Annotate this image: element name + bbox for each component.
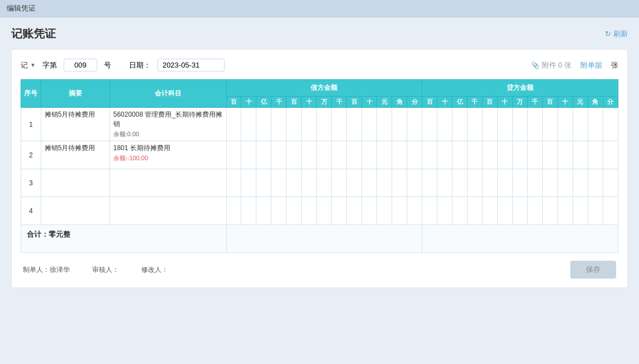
row-1-debit-10[interactable] bbox=[377, 141, 392, 169]
row-1-debit-0[interactable] bbox=[226, 141, 241, 169]
row-3-debit-4[interactable] bbox=[287, 197, 302, 225]
row-3-debit-8[interactable] bbox=[347, 197, 362, 225]
row-1-debit-2[interactable] bbox=[256, 141, 271, 169]
row-0-debit-10[interactable] bbox=[377, 108, 392, 141]
row-2-credit-1[interactable] bbox=[437, 169, 452, 197]
row-2-debit-9[interactable] bbox=[362, 169, 377, 197]
row-0-credit-6[interactable] bbox=[512, 108, 527, 141]
row-0-credit-5[interactable] bbox=[497, 108, 512, 141]
row-1-debit-6[interactable] bbox=[317, 141, 332, 169]
row-2-credit-9[interactable] bbox=[557, 169, 573, 197]
row-3-credit-7[interactable] bbox=[527, 197, 542, 225]
row-3-debit-12[interactable] bbox=[407, 197, 422, 225]
row-1-debit-9[interactable] bbox=[362, 141, 377, 169]
row-1-debit-5[interactable] bbox=[302, 141, 317, 169]
row-2-debit-4[interactable] bbox=[287, 169, 302, 197]
row-3-debit-1[interactable] bbox=[241, 197, 256, 225]
row-3-credit-2[interactable] bbox=[452, 197, 468, 225]
row-0-credit-9[interactable] bbox=[557, 108, 573, 141]
row-0-credit-4[interactable] bbox=[482, 108, 497, 141]
voucher-type-select[interactable]: 记 ▼ bbox=[21, 60, 36, 70]
row-2-credit-5[interactable] bbox=[497, 169, 512, 197]
row-2-debit-12[interactable] bbox=[407, 169, 422, 197]
row-0-credit-3[interactable] bbox=[468, 108, 483, 141]
row-0-debit-0[interactable] bbox=[226, 108, 241, 141]
row-1-credit-12[interactable] bbox=[603, 141, 618, 169]
attachment-link[interactable]: 📎 附件 0 张 bbox=[531, 60, 571, 70]
row-1-debit-8[interactable] bbox=[347, 141, 362, 169]
row-0-debit-9[interactable] bbox=[362, 108, 377, 141]
row-1-credit-10[interactable] bbox=[573, 141, 588, 169]
row-3-debit-2[interactable] bbox=[256, 197, 271, 225]
row-2-debit-6[interactable] bbox=[317, 169, 332, 197]
row-2-credit-3[interactable] bbox=[468, 169, 483, 197]
row-1-credit-4[interactable] bbox=[482, 141, 497, 169]
row-0-debit-4[interactable] bbox=[287, 108, 302, 141]
row-0-credit-7[interactable] bbox=[527, 108, 542, 141]
row-2-debit-11[interactable] bbox=[392, 169, 407, 197]
row-3-credit-9[interactable] bbox=[557, 197, 573, 225]
row-2-debit-2[interactable] bbox=[256, 169, 271, 197]
row-0-debit-5[interactable] bbox=[302, 108, 317, 141]
row-3-debit-11[interactable] bbox=[392, 197, 407, 225]
row-1-account[interactable]: 1801 长期待摊费用余额:-100.00 bbox=[109, 141, 226, 169]
row-3-account[interactable] bbox=[109, 197, 226, 225]
row-3-debit-9[interactable] bbox=[362, 197, 377, 225]
row-1-credit-3[interactable] bbox=[468, 141, 483, 169]
row-1-credit-11[interactable] bbox=[588, 141, 603, 169]
row-0-summary[interactable]: 摊销5月待摊费用 bbox=[41, 108, 109, 141]
row-0-debit-11[interactable] bbox=[392, 108, 407, 141]
row-2-debit-3[interactable] bbox=[271, 169, 287, 197]
row-3-debit-5[interactable] bbox=[302, 197, 317, 225]
refresh-button[interactable]: ↻ 刷新 bbox=[605, 29, 628, 39]
row-1-debit-7[interactable] bbox=[332, 141, 347, 169]
row-0-debit-8[interactable] bbox=[347, 108, 362, 141]
row-2-summary[interactable] bbox=[41, 169, 109, 197]
row-1-credit-5[interactable] bbox=[497, 141, 512, 169]
row-1-credit-8[interactable] bbox=[542, 141, 557, 169]
row-1-debit-3[interactable] bbox=[271, 141, 287, 169]
row-2-credit-11[interactable] bbox=[588, 169, 603, 197]
row-1-credit-7[interactable] bbox=[527, 141, 542, 169]
row-0-debit-12[interactable] bbox=[407, 108, 422, 141]
row-1-credit-2[interactable] bbox=[452, 141, 468, 169]
row-0-credit-8[interactable] bbox=[542, 108, 557, 141]
row-1-credit-0[interactable] bbox=[422, 141, 437, 169]
row-3-credit-0[interactable] bbox=[422, 197, 437, 225]
row-1-credit-9[interactable] bbox=[557, 141, 573, 169]
row-3-debit-0[interactable] bbox=[226, 197, 241, 225]
row-0-debit-1[interactable] bbox=[241, 108, 256, 141]
row-2-credit-6[interactable] bbox=[512, 169, 527, 197]
row-1-summary[interactable]: 摊销5月待摊费用 bbox=[41, 141, 109, 169]
row-3-credit-8[interactable] bbox=[542, 197, 557, 225]
row-3-credit-12[interactable] bbox=[603, 197, 618, 225]
row-2-credit-4[interactable] bbox=[482, 169, 497, 197]
row-2-credit-0[interactable] bbox=[422, 169, 437, 197]
row-0-credit-1[interactable] bbox=[437, 108, 452, 141]
row-1-debit-12[interactable] bbox=[407, 141, 422, 169]
row-3-credit-1[interactable] bbox=[437, 197, 452, 225]
row-1-credit-6[interactable] bbox=[512, 141, 527, 169]
row-2-credit-2[interactable] bbox=[452, 169, 468, 197]
row-3-debit-7[interactable] bbox=[332, 197, 347, 225]
row-0-debit-7[interactable] bbox=[332, 108, 347, 141]
row-2-debit-5[interactable] bbox=[302, 169, 317, 197]
row-3-credit-3[interactable] bbox=[468, 197, 483, 225]
row-2-debit-7[interactable] bbox=[332, 169, 347, 197]
row-0-credit-0[interactable] bbox=[422, 108, 437, 141]
row-1-debit-4[interactable] bbox=[287, 141, 302, 169]
row-0-credit-2[interactable] bbox=[452, 108, 468, 141]
row-2-debit-8[interactable] bbox=[347, 169, 362, 197]
row-3-credit-6[interactable] bbox=[512, 197, 527, 225]
row-3-debit-3[interactable] bbox=[271, 197, 287, 225]
save-button[interactable]: 保存 bbox=[570, 261, 616, 279]
row-3-credit-5[interactable] bbox=[497, 197, 512, 225]
row-2-account[interactable] bbox=[109, 169, 226, 197]
row-2-credit-8[interactable] bbox=[542, 169, 557, 197]
row-3-debit-6[interactable] bbox=[317, 197, 332, 225]
row-0-debit-6[interactable] bbox=[317, 108, 332, 141]
row-3-credit-11[interactable] bbox=[588, 197, 603, 225]
row-2-debit-10[interactable] bbox=[377, 169, 392, 197]
row-3-credit-4[interactable] bbox=[482, 197, 497, 225]
row-3-credit-10[interactable] bbox=[573, 197, 588, 225]
